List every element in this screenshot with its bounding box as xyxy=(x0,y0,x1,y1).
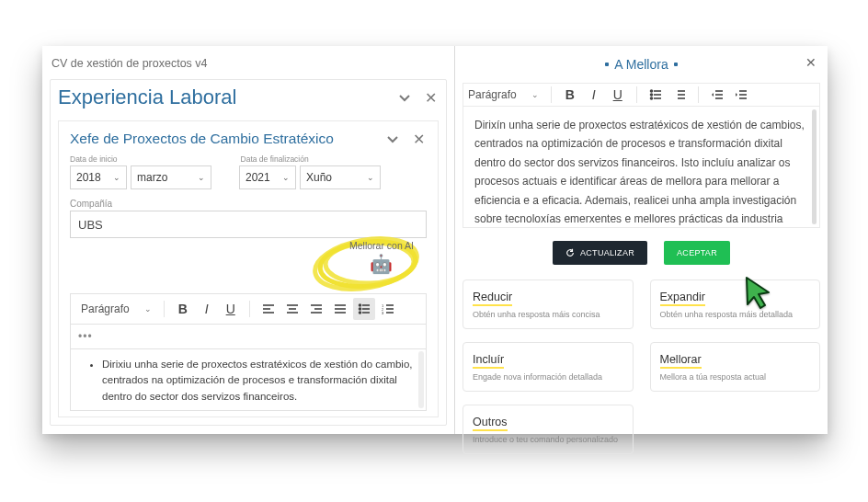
end-year-select[interactable]: 2021⌄ xyxy=(239,165,296,189)
ai-improve-label: Mellorar con AI xyxy=(349,240,414,251)
entry-card: Xefe de Proxectos de Cambio Estratéxico … xyxy=(58,120,439,417)
svg-text:3: 3 xyxy=(382,311,384,315)
ai-output-text[interactable]: Dirixín unha serie de proxectos estratéx… xyxy=(463,107,820,228)
editor-body[interactable]: Dirixiu unha serie de proxectos estratéx… xyxy=(70,349,427,411)
refresh-icon xyxy=(565,248,575,257)
section-collapse-icon[interactable] xyxy=(396,89,413,106)
scrollbar[interactable] xyxy=(812,109,817,224)
entry-collapse-icon[interactable] xyxy=(384,131,401,147)
italic-button[interactable]: I xyxy=(583,84,605,106)
section-card: Experiencia Laboral ✕ Xefe de Proxectos … xyxy=(50,79,447,426)
svg-point-19 xyxy=(359,312,360,314)
option-expand[interactable]: Expandir Obtén unha resposta máis detall… xyxy=(650,280,821,329)
option-reduce[interactable]: Reducir Obtén unha resposta máis concisa xyxy=(463,280,634,329)
more-icon[interactable]: ••• xyxy=(78,330,93,343)
svg-point-17 xyxy=(359,308,360,310)
close-icon[interactable]: ✕ xyxy=(805,55,817,70)
right-panel-title: A Mellora xyxy=(605,57,677,72)
editor-toolbar-right: Parágrafo⌄ B I U xyxy=(463,83,820,107)
end-month-select[interactable]: Xuño⌄ xyxy=(300,165,381,189)
align-right-button[interactable] xyxy=(305,298,327,320)
accept-button[interactable]: ACEPTAR xyxy=(664,241,730,265)
start-year-select[interactable]: 2018⌄ xyxy=(70,165,127,189)
ai-output-paragraph: Dirixín unha serie de proxectos estratéx… xyxy=(474,119,805,228)
bold-button[interactable]: B xyxy=(172,298,194,320)
svg-point-29 xyxy=(650,94,652,96)
paragraph-style-select-right[interactable]: Parágrafo⌄ xyxy=(463,85,543,105)
section-close-icon[interactable]: ✕ xyxy=(422,89,439,106)
align-justify-button[interactable] xyxy=(329,298,351,320)
indent-button[interactable] xyxy=(730,84,752,106)
left-panel: CV de xestión de proxectos v4 Experienci… xyxy=(42,46,454,434)
section-title: Experiencia Laboral xyxy=(58,86,236,109)
bold-button[interactable]: B xyxy=(559,84,581,106)
document-title: CV de xestión de proxectos v4 xyxy=(51,57,445,70)
option-improve[interactable]: Mellorar Mellora a túa resposta actual xyxy=(650,342,821,392)
right-panel: A Mellora ✕ Parágrafo⌄ B I U Dirixín unh… xyxy=(455,46,828,434)
underline-button[interactable]: U xyxy=(607,84,629,106)
outdent-button[interactable] xyxy=(706,84,728,106)
entry-title: Xefe de Proxectos de Cambio Estratéxico xyxy=(70,131,334,147)
numbered-list-button[interactable]: 123 xyxy=(377,298,399,320)
bullet-list-button[interactable] xyxy=(645,84,667,106)
robot-icon[interactable]: 🤖 xyxy=(349,253,414,275)
refresh-button[interactable]: ACTUALIZAR xyxy=(553,241,647,265)
entry-close-icon[interactable]: ✕ xyxy=(410,131,427,147)
option-other[interactable]: Outros Introduce o teu comando personali… xyxy=(463,405,634,454)
numbered-list-button[interactable] xyxy=(668,84,691,106)
editor-toolbar-left: Parágrafo⌄ B I U 123 xyxy=(70,293,427,325)
bullet-list-button[interactable] xyxy=(353,298,375,320)
scrollbar[interactable] xyxy=(418,351,424,408)
app-shell: CV de xestión de proxectos v4 Experienci… xyxy=(42,46,828,434)
start-month-select[interactable]: marzo⌄ xyxy=(131,165,211,189)
label-company: Compañía xyxy=(70,199,427,209)
option-include[interactable]: Incluír Engade nova información detallad… xyxy=(463,342,634,392)
align-left-button[interactable] xyxy=(257,298,280,320)
svg-point-31 xyxy=(650,97,652,99)
svg-point-15 xyxy=(359,304,360,306)
align-center-button[interactable] xyxy=(281,298,303,320)
label-start: Data de inicio xyxy=(70,154,118,164)
cursor-pointer-icon xyxy=(741,274,778,311)
italic-button[interactable]: I xyxy=(196,298,218,320)
editor-extra-row: ••• xyxy=(70,325,427,349)
underline-button[interactable]: U xyxy=(220,298,242,320)
company-input[interactable] xyxy=(70,211,427,238)
label-end: Data de finalización xyxy=(241,154,309,164)
svg-point-27 xyxy=(650,90,652,92)
bullet-item: Dirixiu unha serie de proxectos estratéx… xyxy=(102,357,418,405)
paragraph-style-select[interactable]: Parágrafo⌄ xyxy=(76,299,156,319)
